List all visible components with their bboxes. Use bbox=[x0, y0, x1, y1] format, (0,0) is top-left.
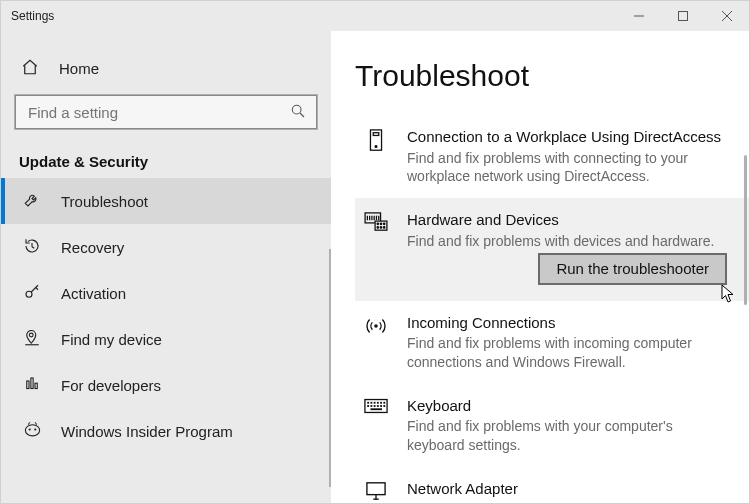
window-title: Settings bbox=[11, 9, 617, 23]
svg-rect-38 bbox=[377, 402, 379, 404]
svg-rect-26 bbox=[375, 221, 387, 230]
key-icon bbox=[21, 283, 43, 304]
troubleshooter-item-hardware[interactable]: Hardware and Devices Find and fix proble… bbox=[355, 198, 749, 300]
troubleshooter-title: Connection to a Workplace Using DirectAc… bbox=[407, 127, 729, 147]
svg-line-5 bbox=[300, 113, 304, 117]
svg-rect-44 bbox=[377, 405, 379, 407]
close-button[interactable] bbox=[705, 1, 749, 31]
sidebar-item-insider[interactable]: Windows Insider Program bbox=[1, 408, 331, 454]
svg-line-7 bbox=[32, 246, 34, 248]
home-icon bbox=[19, 58, 41, 79]
developer-icon bbox=[21, 375, 43, 396]
keyboard-icon bbox=[363, 396, 389, 455]
svg-point-8 bbox=[26, 291, 32, 297]
troubleshooter-desc: Find and fix problems with incoming comp… bbox=[407, 334, 729, 372]
wrench-icon bbox=[21, 191, 43, 212]
workplace-icon bbox=[363, 127, 389, 186]
maximize-button[interactable] bbox=[661, 1, 705, 31]
svg-rect-39 bbox=[380, 402, 382, 404]
sidebar-item-label: Activation bbox=[61, 285, 126, 302]
sidebar-item-developers[interactable]: For developers bbox=[1, 362, 331, 408]
svg-rect-47 bbox=[370, 408, 382, 410]
svg-rect-36 bbox=[370, 402, 372, 404]
troubleshooter-item-keyboard[interactable]: Keyboard Find and fix problems with your… bbox=[355, 384, 749, 467]
troubleshooter-item-network-adapter[interactable]: Network Adapter bbox=[355, 467, 749, 503]
main-scrollbar[interactable] bbox=[744, 155, 747, 305]
svg-point-13 bbox=[25, 425, 39, 436]
history-icon bbox=[21, 237, 43, 258]
svg-point-4 bbox=[292, 105, 301, 114]
svg-rect-43 bbox=[374, 405, 376, 407]
sidebar-item-troubleshoot[interactable]: Troubleshoot bbox=[1, 178, 331, 224]
troubleshooter-desc: Find and fix problems with connecting to… bbox=[407, 149, 729, 187]
svg-point-27 bbox=[377, 223, 378, 224]
svg-point-28 bbox=[380, 223, 381, 224]
svg-rect-40 bbox=[383, 402, 385, 404]
troubleshooter-title: Keyboard bbox=[407, 396, 729, 416]
troubleshooter-title: Hardware and Devices bbox=[407, 210, 729, 230]
hardware-icon bbox=[363, 210, 389, 250]
insider-icon bbox=[21, 420, 43, 442]
location-icon bbox=[21, 329, 43, 350]
svg-rect-1 bbox=[679, 12, 688, 21]
sidebar-item-label: Home bbox=[59, 60, 99, 77]
svg-point-18 bbox=[375, 146, 377, 148]
troubleshooter-item-directaccess[interactable]: Connection to a Workplace Using DirectAc… bbox=[355, 115, 749, 198]
svg-rect-17 bbox=[373, 133, 379, 136]
sidebar-section-title: Update & Security bbox=[1, 139, 331, 178]
svg-rect-41 bbox=[367, 405, 369, 407]
svg-point-33 bbox=[375, 325, 377, 327]
svg-point-29 bbox=[383, 223, 384, 224]
search-input[interactable] bbox=[15, 95, 317, 129]
troubleshooter-desc: Find and fix problems with your computer… bbox=[407, 417, 729, 455]
svg-rect-45 bbox=[380, 405, 382, 407]
svg-rect-11 bbox=[31, 378, 33, 389]
svg-rect-37 bbox=[374, 402, 376, 404]
sidebar-item-label: For developers bbox=[61, 377, 161, 394]
troubleshooter-title: Network Adapter bbox=[407, 479, 729, 499]
troubleshooter-list: Connection to a Workplace Using DirectAc… bbox=[355, 115, 749, 503]
search-field[interactable] bbox=[26, 103, 290, 122]
svg-rect-42 bbox=[370, 405, 372, 407]
sidebar-item-label: Find my device bbox=[61, 331, 162, 348]
svg-rect-46 bbox=[383, 405, 385, 407]
antenna-icon bbox=[363, 313, 389, 372]
svg-rect-35 bbox=[367, 402, 369, 404]
search-icon bbox=[290, 103, 306, 122]
title-bar: Settings bbox=[1, 1, 749, 31]
sidebar-item-label: Windows Insider Program bbox=[61, 423, 233, 440]
main-panel: Troubleshoot Connection to a Workplace U… bbox=[331, 31, 749, 503]
svg-rect-48 bbox=[367, 483, 385, 495]
monitor-icon bbox=[363, 479, 389, 501]
window-controls bbox=[617, 1, 749, 31]
sidebar-item-find-my-device[interactable]: Find my device bbox=[1, 316, 331, 362]
sidebar-item-recovery[interactable]: Recovery bbox=[1, 224, 331, 270]
svg-point-9 bbox=[29, 333, 33, 337]
troubleshooter-item-incoming[interactable]: Incoming Connections Find and fix proble… bbox=[355, 301, 749, 384]
sidebar-item-activation[interactable]: Activation bbox=[1, 270, 331, 316]
svg-point-14 bbox=[28, 428, 30, 430]
sidebar-item-label: Troubleshoot bbox=[61, 193, 148, 210]
svg-rect-10 bbox=[27, 381, 29, 389]
svg-rect-12 bbox=[35, 383, 37, 388]
page-title: Troubleshoot bbox=[355, 59, 749, 93]
sidebar: Home Update & Security Troubleshoot Reco… bbox=[1, 31, 331, 503]
sidebar-item-home[interactable]: Home bbox=[1, 47, 331, 89]
svg-point-32 bbox=[383, 227, 384, 228]
troubleshooter-title: Incoming Connections bbox=[407, 313, 729, 333]
run-troubleshooter-button[interactable]: Run the troubleshooter bbox=[538, 253, 727, 285]
svg-point-31 bbox=[380, 227, 381, 228]
sidebar-item-label: Recovery bbox=[61, 239, 124, 256]
minimize-button[interactable] bbox=[617, 1, 661, 31]
troubleshooter-desc: Find and fix problems with devices and h… bbox=[407, 232, 729, 251]
svg-point-30 bbox=[377, 227, 378, 228]
svg-point-15 bbox=[34, 428, 36, 430]
